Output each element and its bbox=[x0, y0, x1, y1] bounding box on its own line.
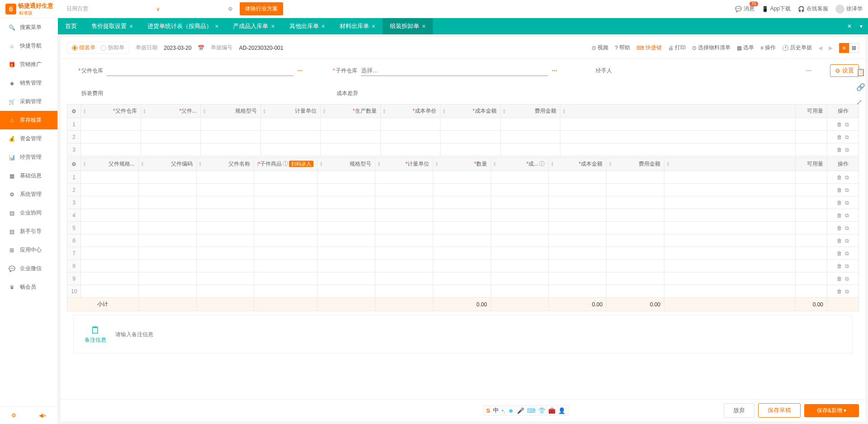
delete-icon[interactable]: 🗑 bbox=[837, 225, 842, 231]
gear-icon[interactable]: ⚙ bbox=[228, 6, 233, 12]
ime-emoji-icon[interactable]: ☻ bbox=[508, 407, 514, 414]
col-available2[interactable]: 可用量 bbox=[796, 157, 827, 171]
table-row[interactable]: 1🗑⧉ bbox=[67, 118, 859, 131]
col-available[interactable]: 可用量 bbox=[796, 105, 827, 118]
delete-icon[interactable]: 🗑 bbox=[837, 250, 842, 257]
col-parent-code[interactable]: ▲▼父件编码 bbox=[138, 157, 196, 171]
col-fee-amount2[interactable]: ▲▼费用金额 bbox=[607, 157, 664, 171]
messages-link[interactable]: 💬 消息 70 bbox=[735, 5, 754, 13]
copy-icon[interactable]: ⧉ bbox=[845, 200, 849, 206]
sidebar-item[interactable]: 🎁营销推广 bbox=[0, 55, 57, 74]
copy-icon[interactable]: ⧉ bbox=[845, 134, 849, 140]
col-unit2[interactable]: ▲▼*计量单位 bbox=[375, 157, 433, 171]
rail-note-icon[interactable]: 📋 bbox=[856, 68, 865, 76]
online-service-link[interactable]: 🎧 在线客服 bbox=[798, 5, 828, 13]
child-warehouse-input[interactable] bbox=[361, 65, 548, 76]
col-spec[interactable]: ▲▼规格型号 bbox=[201, 105, 261, 118]
delete-icon[interactable]: 🗑 bbox=[837, 288, 842, 295]
table-row[interactable]: 2🗑⧉ bbox=[67, 184, 859, 196]
select-link[interactable]: ▦ 选单 bbox=[737, 44, 754, 52]
trial-button[interactable]: 体验行业方案 bbox=[240, 2, 283, 15]
doc-date-value[interactable]: 2023-03-20 bbox=[164, 45, 191, 51]
table-row[interactable]: 9🗑⧉ bbox=[67, 272, 859, 285]
close-icon[interactable]: × bbox=[129, 23, 133, 30]
ime-skin-icon[interactable]: 👕 bbox=[538, 407, 545, 414]
delete-icon[interactable]: 🗑 bbox=[837, 263, 842, 269]
print-link[interactable]: 🖨 打印 bbox=[668, 44, 686, 52]
table-row[interactable]: 10🗑⧉ bbox=[67, 285, 859, 298]
operate-link[interactable]: ≡ 操作 bbox=[760, 44, 776, 52]
notes-input[interactable] bbox=[115, 331, 841, 338]
table-row[interactable]: 6🗑⧉ bbox=[67, 234, 859, 247]
radio-disassemble[interactable]: 拆卸单 bbox=[101, 44, 124, 52]
sidebar-item[interactable]: 🛒采购管理 bbox=[0, 92, 57, 111]
tab[interactable]: 产成品入库单× bbox=[226, 18, 282, 34]
col-prod-qty[interactable]: ▲▼*生产数量 bbox=[321, 105, 381, 118]
delete-icon[interactable]: 🗑 bbox=[837, 187, 842, 193]
child-warehouse-picker-icon[interactable]: ⋯ bbox=[552, 67, 558, 74]
close-icon[interactable]: × bbox=[271, 23, 275, 30]
tab[interactable]: 材料出库单× bbox=[332, 18, 383, 34]
close-icon[interactable]: × bbox=[215, 23, 218, 30]
save-new-button[interactable]: 保存&新增 ▾ bbox=[804, 404, 859, 417]
col-parent-spec[interactable]: ▲▼父件规格... bbox=[81, 157, 139, 171]
history-link[interactable]: 🕐 历史单据 bbox=[782, 44, 812, 52]
col-qty[interactable]: ▲▼*数量 bbox=[433, 157, 491, 171]
sidebar-item[interactable]: 💰资金管理 bbox=[0, 129, 57, 148]
copy-icon[interactable]: ⧉ bbox=[845, 250, 849, 257]
copy-icon[interactable]: ⧉ bbox=[845, 238, 849, 244]
copy-icon[interactable]: ⧉ bbox=[845, 187, 849, 193]
col-unit[interactable]: ▲▼计量单位 bbox=[261, 105, 321, 118]
delete-icon[interactable]: 🗑 bbox=[837, 212, 842, 219]
delete-icon[interactable]: 🗑 bbox=[837, 147, 842, 153]
ime-punct-icon[interactable]: •, bbox=[502, 407, 505, 414]
col-parent-name[interactable]: ▲▼父件名称 bbox=[196, 157, 254, 171]
video-link[interactable]: ⊙ 视频 bbox=[592, 44, 608, 52]
sidebar-item[interactable]: ▤新手引导 bbox=[0, 222, 57, 241]
ime-mic-icon[interactable]: 🎤 bbox=[517, 407, 524, 414]
table-settings-header[interactable]: ⚙ bbox=[67, 105, 81, 118]
handler-picker-icon[interactable]: ⋯ bbox=[806, 67, 812, 74]
table-row[interactable]: 5🗑⧉ bbox=[67, 222, 859, 234]
col-cost-amount2[interactable]: ▲▼*成本金额 bbox=[549, 157, 607, 171]
app-download-link[interactable]: 📱 App下载 bbox=[762, 5, 791, 13]
ime-toolbox-icon[interactable]: 🧰 bbox=[548, 407, 555, 414]
radio-assemble[interactable]: 组装单 bbox=[72, 44, 95, 52]
tab-menu-icon[interactable]: ▾ bbox=[856, 20, 866, 32]
copy-icon[interactable]: ⧉ bbox=[845, 174, 849, 181]
sidebar-item[interactable]: ⚙系统管理 bbox=[0, 185, 57, 204]
delete-icon[interactable]: 🗑 bbox=[837, 134, 842, 140]
copy-icon[interactable]: ⧉ bbox=[845, 147, 849, 153]
sidebar-item[interactable]: ♛畅会员 bbox=[0, 278, 57, 296]
sidebar-item[interactable]: ◈销售管理 bbox=[0, 74, 57, 92]
table-row[interactable]: 7🗑⧉ bbox=[67, 247, 859, 260]
table-row[interactable]: 1🗑⧉ bbox=[67, 171, 859, 184]
shortcut-link[interactable]: ⌨ 快捷键 bbox=[636, 44, 662, 52]
tab[interactable]: 其他出库单× bbox=[282, 18, 332, 34]
delete-icon[interactable]: 🗑 bbox=[837, 200, 842, 206]
copy-icon[interactable]: ⧉ bbox=[845, 225, 849, 231]
copy-icon[interactable]: ⧉ bbox=[845, 212, 849, 219]
sidebar-item[interactable]: ⊞应用中心 bbox=[0, 241, 57, 259]
tab[interactable]: 售价提取设置× bbox=[84, 18, 140, 34]
category-select[interactable]: 日用百货 ∨ bbox=[66, 5, 228, 13]
rail-expand-icon[interactable]: ⤢ bbox=[856, 98, 865, 106]
col-cost-price[interactable]: ▲▼*成本单价 bbox=[380, 105, 441, 118]
sidebar-settings-icon[interactable]: ⚙ bbox=[11, 412, 16, 419]
tab[interactable]: 进货单统计表（按商品）× bbox=[140, 18, 226, 34]
table-settings-header[interactable]: ⚙ bbox=[67, 157, 81, 171]
delete-icon[interactable]: 🗑 bbox=[837, 121, 842, 128]
nav-next-icon[interactable]: ▶ bbox=[829, 45, 833, 51]
ime-lang[interactable]: 中 bbox=[493, 406, 499, 414]
save-draft-button[interactable]: 保存草稿 bbox=[758, 403, 801, 418]
copy-icon[interactable]: ⧉ bbox=[845, 263, 849, 269]
close-icon[interactable]: × bbox=[422, 23, 426, 30]
parent-warehouse-picker-icon[interactable]: ⋯ bbox=[297, 67, 303, 74]
disassemble-fee-input[interactable] bbox=[107, 88, 300, 99]
table-row[interactable]: 3🗑⧉ bbox=[67, 196, 859, 209]
sidebar-item[interactable]: ⌂快捷导航 bbox=[0, 37, 57, 55]
col-cost-short[interactable]: ▲▼*成...ⓘ bbox=[491, 157, 549, 171]
ime-keyboard-icon[interactable]: ⌨ bbox=[527, 407, 536, 414]
ime-user-icon[interactable]: 👤 bbox=[558, 407, 565, 414]
handler-input[interactable] bbox=[616, 65, 802, 76]
